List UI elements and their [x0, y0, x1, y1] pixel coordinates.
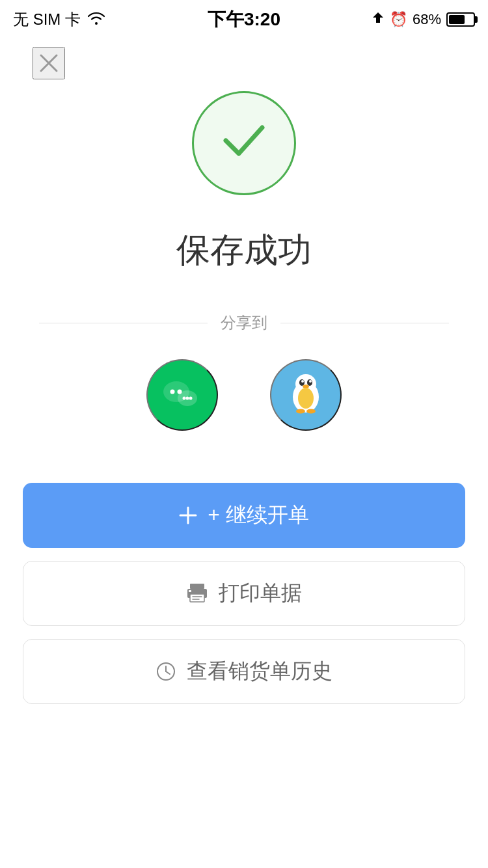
history-button[interactable]: 查看销货单历史: [23, 639, 465, 704]
svg-point-8: [186, 397, 189, 400]
status-time: 下午3:20: [208, 7, 280, 32]
wechat-share-button[interactable]: [146, 359, 218, 431]
share-label: 分享到: [208, 312, 280, 333]
continue-order-button[interactable]: + 继续开单: [23, 483, 465, 548]
svg-rect-25: [189, 590, 191, 592]
status-bar: 无 SIM 卡 下午3:20 ⏰ 68%: [0, 0, 488, 39]
plus-icon: [179, 506, 197, 524]
arrow-icon: [372, 11, 385, 28]
svg-point-9: [189, 397, 193, 400]
printer-icon: [186, 584, 208, 603]
checkmark-icon: [218, 113, 270, 174]
success-circle: [192, 91, 296, 195]
battery-percent: 68%: [413, 11, 441, 28]
close-button[interactable]: [33, 47, 65, 79]
continue-order-label: + 继续开单: [208, 501, 309, 530]
divider-section: 分享到: [0, 312, 488, 333]
clock-icon: [156, 661, 176, 682]
main-content: 保存成功 分享到: [0, 39, 488, 704]
svg-point-7: [183, 397, 186, 400]
print-label: 打印单据: [219, 579, 302, 608]
no-sim-label: 无 SIM 卡: [13, 9, 81, 30]
svg-point-4: [170, 390, 175, 394]
svg-point-19: [306, 409, 316, 414]
share-icons: [146, 359, 342, 431]
alarm-icon: ⏰: [390, 11, 407, 28]
qq-share-button[interactable]: [270, 359, 342, 431]
status-left: 无 SIM 卡: [13, 9, 105, 30]
print-button[interactable]: 打印单据: [23, 561, 465, 626]
battery-icon: [446, 12, 475, 27]
svg-point-17: [298, 388, 314, 409]
action-buttons: + 继续开单 打印单据: [23, 483, 465, 704]
svg-rect-24: [190, 594, 204, 602]
svg-line-30: [166, 671, 170, 674]
svg-point-14: [301, 380, 304, 383]
success-title: 保存成功: [176, 228, 312, 273]
svg-point-18: [296, 409, 305, 414]
status-right: ⏰ 68%: [372, 11, 475, 28]
divider-right: [280, 323, 449, 323]
wifi-icon: [87, 10, 105, 29]
svg-rect-22: [190, 584, 204, 589]
divider-left: [39, 323, 208, 323]
svg-point-15: [309, 380, 312, 383]
history-label: 查看销货单历史: [187, 657, 332, 686]
